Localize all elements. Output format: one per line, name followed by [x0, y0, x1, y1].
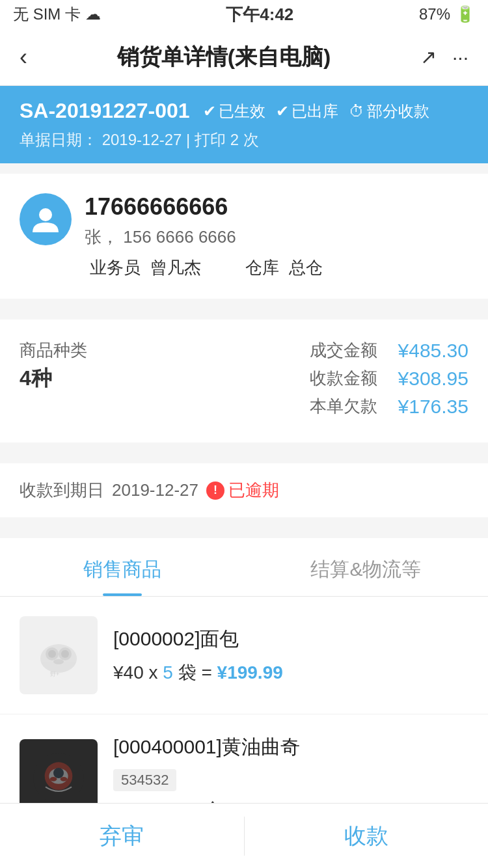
summary-right: 成交金额 ¥485.30 收款金额 ¥308.95 本单欠款 ¥176.35 [310, 339, 468, 423]
bottom-bar: 弃审 收款 [0, 803, 488, 868]
product-qty-1: 5 [163, 662, 173, 683]
svg-point-4 [48, 650, 56, 658]
product-item: 野+ [0000002]面包 ¥40 x 5 袋 = ¥199.99 [0, 597, 488, 714]
product-owl-icon: 野+ [33, 629, 85, 681]
category-value: 4种 [20, 364, 87, 393]
status-right: 87% 🔋 [419, 5, 475, 23]
banner-tags: ✔ 已生效 ✔ 已出库 ⏱ 部分收款 [203, 101, 429, 122]
customer-name-phone: 张， 156 6666 6666 [85, 226, 468, 249]
nav-actions: ↗ ··· [420, 46, 468, 68]
deal-amount-row: 成交金额 ¥485.30 [310, 339, 468, 362]
svg-point-1 [40, 644, 77, 673]
status-time: 下午4:42 [226, 3, 293, 26]
clock-icon: ⏱ [349, 102, 364, 120]
tag-shipped: ✔ 已出库 [276, 101, 338, 122]
due-section: 收款到期日 2019-12-27 ! 已逾期 [0, 463, 488, 517]
product-info-1: [0000002]面包 ¥40 x 5 袋 = ¥199.99 [113, 626, 468, 685]
tabs-section: 销售商品 结算&物流等 野+ [0000002]面包 ¥40 [0, 538, 488, 843]
svg-point-6 [53, 659, 64, 664]
deal-amount-label: 成交金额 [310, 339, 377, 362]
svg-point-0 [39, 208, 52, 221]
warehouse-field: 仓库 总仓 [240, 256, 323, 279]
battery-icon: 🔋 [455, 5, 475, 23]
category-label: 商品种类 [20, 339, 87, 362]
summary-left: 商品种类 4种 [20, 339, 87, 393]
customer-info: 17666666666 张， 156 6666 6666 业务员 曾凡杰 仓库 … [85, 193, 468, 279]
check-icon-1: ✔ [203, 102, 216, 120]
due-label: 收款到期日 [20, 479, 104, 502]
product-ninja-icon [33, 752, 85, 804]
svg-point-5 [61, 650, 69, 658]
back-button[interactable]: ‹ [20, 44, 27, 71]
header-banner: SA-20191227-001 ✔ 已生效 ✔ 已出库 ⏱ 部分收款 单据日期：… [0, 86, 488, 163]
order-number: SA-20191227-001 [20, 99, 190, 123]
tag-effective: ✔ 已生效 [203, 101, 265, 122]
tab-settlement[interactable]: 结算&物流等 [244, 538, 488, 596]
battery-label: 87% [419, 5, 450, 23]
arrears-value: ¥176.35 [390, 396, 468, 418]
collect-payment-button[interactable]: 收款 [245, 804, 489, 868]
received-row: 收款金额 ¥308.95 [310, 367, 468, 390]
sim-label: 无 SIM 卡 ☁ [13, 4, 101, 25]
status-bar: 无 SIM 卡 ☁ 下午4:42 87% 🔋 [0, 0, 488, 29]
nav-bar: ‹ 销货单详情(来自电脑) ↗ ··· [0, 29, 488, 86]
check-icon-2: ✔ [276, 102, 289, 120]
overdue-icon: ! [206, 481, 224, 500]
product-badge-2: 534532 [113, 769, 176, 791]
more-icon[interactable]: ··· [452, 46, 468, 68]
due-date: 2019-12-27 [112, 480, 198, 500]
customer-meta: 业务员 曾凡杰 仓库 总仓 [85, 256, 468, 279]
banner-top: SA-20191227-001 ✔ 已生效 ✔ 已出库 ⏱ 部分收款 [20, 99, 468, 123]
cancel-review-button[interactable]: 弃审 [0, 804, 244, 868]
svg-text:野+: 野+ [50, 671, 59, 677]
page-title: 销货单详情(来自电脑) [117, 42, 331, 72]
overdue-badge: ! 已逾期 [206, 479, 279, 502]
banner-date: 单据日期： 2019-12-27 | 打印 2 次 [20, 129, 468, 150]
summary-section: 商品种类 4种 成交金额 ¥485.30 收款金额 ¥308.95 本单欠款 ¥… [0, 319, 488, 442]
product-name-1: [0000002]面包 [113, 626, 468, 653]
tab-sales-products[interactable]: 销售商品 [0, 538, 244, 596]
svg-point-12 [50, 777, 57, 781]
customer-section: 17666666666 张， 156 6666 6666 业务员 曾凡杰 仓库 … [0, 174, 488, 299]
status-left: 无 SIM 卡 ☁ [13, 4, 101, 25]
svg-point-11 [53, 768, 64, 778]
deal-amount-value: ¥485.30 [390, 340, 468, 362]
svg-point-13 [61, 777, 68, 781]
arrears-label: 本单欠款 [310, 395, 377, 418]
share-icon[interactable]: ↗ [420, 46, 437, 68]
salesman-field: 业务员 曾凡杰 [85, 256, 201, 279]
product-name-2: [000400001]黄油曲奇 [113, 734, 468, 761]
arrears-row: 本单欠款 ¥176.35 [310, 395, 468, 418]
product-image-1: 野+ [20, 616, 98, 694]
tabs-bar: 销售商品 结算&物流等 [0, 538, 488, 597]
avatar-icon [29, 203, 62, 236]
product-price-1: ¥40 x 5 袋 = ¥199.99 [113, 660, 468, 685]
overdue-text: 已逾期 [228, 479, 279, 502]
customer-id: 17666666666 [85, 193, 468, 221]
received-label: 收款金额 [310, 367, 377, 390]
received-value: ¥308.95 [390, 368, 468, 390]
tag-partial-payment: ⏱ 部分收款 [349, 101, 429, 122]
product-total-1: ¥199.99 [217, 662, 283, 683]
customer-avatar [20, 193, 72, 245]
